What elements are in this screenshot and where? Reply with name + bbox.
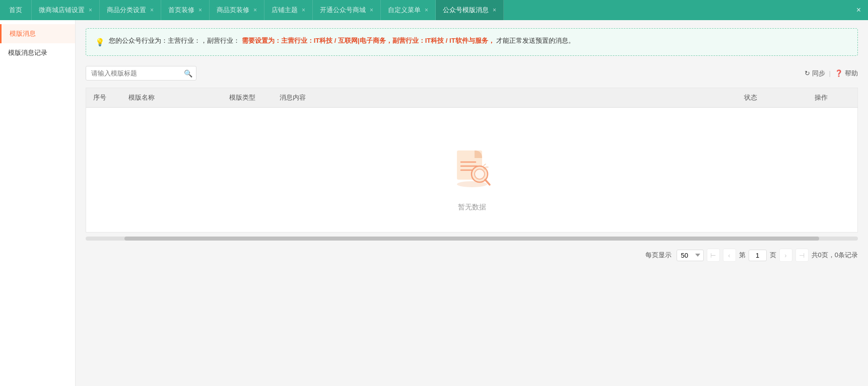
data-table: 序号 模版名称 模版类型 消息内容 状态 操作: [86, 88, 858, 233]
col-header-index: 序号: [86, 88, 121, 108]
empty-icon-wrap: [86, 138, 857, 195]
close-icon[interactable]: ×: [198, 7, 202, 14]
first-page-button[interactable]: ⊢: [707, 249, 720, 262]
sync-label: 同步: [812, 69, 825, 78]
alert-highlight: 需要设置为：主营行业：IT科技 / 互联网|电子商务，副营行业：IT科技 / I…: [242, 37, 495, 44]
help-icon: ❓: [835, 69, 843, 77]
close-icon[interactable]: ×: [493, 7, 496, 14]
nav-tab-category[interactable]: 商品分类设置 ×: [100, 0, 161, 20]
empty-text: 暂无数据: [86, 203, 857, 212]
nav-tab-custom-menu-label: 自定义菜单: [388, 6, 421, 15]
col-header-name: 模版名称: [121, 88, 222, 108]
nav-tab-open-mall-label: 开通公众号商城: [320, 6, 366, 15]
nav-tab-theme[interactable]: 店铺主题 ×: [264, 0, 313, 20]
pagination-summary: 共0页，0条记录: [812, 251, 858, 260]
sync-button[interactable]: ↻ 同步: [805, 69, 825, 78]
page-number-input[interactable]: [749, 250, 767, 261]
nav-tab-custom-menu[interactable]: 自定义菜单 ×: [381, 0, 436, 20]
prev-page-button[interactable]: ‹: [723, 249, 736, 262]
table-header-row: 序号 模版名称 模版类型 消息内容 状态 操作: [86, 88, 858, 108]
top-nav-bar: 首页 微商城店铺设置 × 商品分类设置 × 首页装修 × 商品页装修 × 店铺主…: [0, 0, 868, 20]
empty-illustration: [444, 138, 500, 193]
sidebar-item-template-msg[interactable]: 模版消息: [0, 24, 75, 43]
nav-tab-home-decor[interactable]: 首页装修 ×: [161, 0, 210, 20]
help-label: 帮助: [845, 69, 858, 78]
col-header-type: 模版类型: [222, 88, 273, 108]
scrollbar-thumb[interactable]: [124, 237, 820, 241]
svg-line-7: [484, 164, 486, 166]
horizontal-scrollbar[interactable]: [86, 237, 858, 241]
main-layout: 模版消息 模版消息记录 💡 您的公众号行业为：主营行业：，副营行业： 需要设置为…: [0, 20, 868, 386]
close-icon[interactable]: ×: [253, 7, 257, 14]
pagination-row: 每页显示 50 20 100 ⊢ ‹ 第 页 › ⊣ 共0页，0条记录: [86, 245, 858, 266]
page-label: 第: [739, 251, 746, 260]
col-header-content: 消息内容: [273, 88, 737, 108]
content-area: 💡 您的公众号行业为：主营行业：，副营行业： 需要设置为：主营行业：IT科技 /…: [76, 20, 868, 386]
per-page-select[interactable]: 50 20 100: [677, 250, 704, 261]
search-icon[interactable]: 🔍: [184, 69, 192, 78]
sync-icon: ↻: [805, 69, 810, 77]
search-row: 🔍 ↻ 同步 | ❓ 帮助: [86, 66, 858, 81]
page-unit: 页: [770, 251, 776, 260]
alert-suffix: 才能正常发送预置的消息。: [496, 37, 575, 44]
close-icon[interactable]: ×: [89, 7, 92, 14]
alert-prefix: 您的公众号行业为：主营行业：，副营行业：: [109, 37, 240, 44]
close-icon[interactable]: ×: [370, 7, 373, 14]
divider: |: [829, 69, 831, 77]
search-input-wrap: 🔍: [86, 66, 196, 81]
close-all-icon: ×: [856, 6, 861, 15]
toolbar-right: ↻ 同步 | ❓ 帮助: [805, 69, 858, 78]
alert-text: 您的公众号行业为：主营行业：，副营行业： 需要设置为：主营行业：IT科技 / 互…: [109, 36, 575, 46]
per-page-label: 每页显示: [645, 251, 672, 260]
col-header-status: 状态: [737, 88, 808, 108]
nav-tab-category-label: 商品分类设置: [107, 6, 146, 15]
close-icon[interactable]: ×: [302, 7, 305, 14]
nav-tab-home-label: 首页: [9, 6, 22, 15]
nav-tab-product-decor[interactable]: 商品页装修 ×: [210, 0, 264, 20]
nav-tab-home[interactable]: 首页: [0, 0, 32, 20]
nav-tab-open-mall[interactable]: 开通公众号商城 ×: [313, 0, 381, 20]
sidebar-item-template-msg-label: 模版消息: [10, 30, 36, 37]
alert-box: 💡 您的公众号行业为：主营行业：，副营行业： 需要设置为：主营行业：IT科技 /…: [86, 28, 858, 56]
svg-point-5: [475, 169, 485, 179]
sidebar: 模版消息 模版消息记录: [0, 20, 76, 386]
nav-tab-template-msg[interactable]: 公众号模版消息 ×: [436, 0, 504, 20]
col-header-action: 操作: [808, 88, 858, 108]
close-all-button[interactable]: ×: [849, 0, 868, 20]
nav-tab-shop-settings-label: 微商城店铺设置: [39, 6, 85, 15]
bulb-icon: 💡: [95, 36, 105, 48]
nav-tab-theme-label: 店铺主题: [272, 6, 298, 15]
nav-tab-shop-settings[interactable]: 微商城店铺设置 ×: [32, 0, 100, 20]
last-page-button[interactable]: ⊣: [795, 249, 809, 262]
close-icon[interactable]: ×: [150, 7, 154, 14]
nav-tab-template-msg-label: 公众号模版消息: [443, 6, 489, 15]
nav-tab-home-decor-label: 首页装修: [168, 6, 194, 15]
next-page-button[interactable]: ›: [779, 249, 792, 262]
sidebar-item-template-msg-log[interactable]: 模版消息记录: [0, 43, 75, 62]
sidebar-item-template-msg-log-label: 模版消息记录: [8, 49, 47, 56]
empty-state: 暂无数据: [86, 108, 857, 232]
close-icon[interactable]: ×: [425, 7, 428, 14]
help-button[interactable]: ❓ 帮助: [835, 69, 858, 78]
search-input[interactable]: [86, 66, 196, 81]
nav-tab-product-decor-label: 商品页装修: [217, 6, 249, 15]
